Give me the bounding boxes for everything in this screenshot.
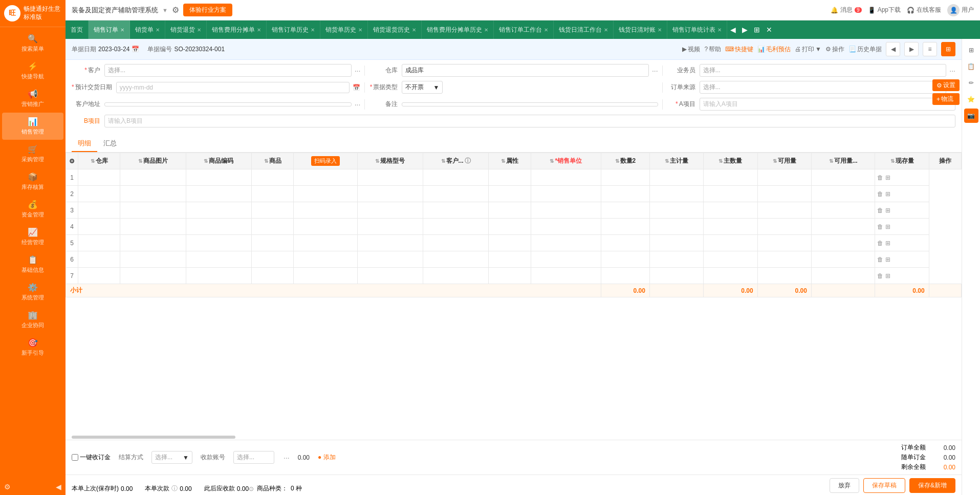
cell-1-5[interactable] <box>357 169 423 186</box>
cell-5-3[interactable] <box>251 235 293 251</box>
col-settings[interactable]: ⚙ <box>66 153 78 169</box>
cell-5-10[interactable] <box>649 235 703 251</box>
tab-close-cost-history[interactable]: ✕ <box>484 27 488 33</box>
cell-6-6[interactable] <box>423 251 488 268</box>
sidebar-item-inventory[interactable]: 📦 库存核算 <box>2 168 63 195</box>
copy-icon[interactable]: ⊞ <box>885 207 890 214</box>
sidebar-item-quicknav[interactable]: ⚡ 快捷导航 <box>2 57 63 84</box>
sidebar-item-basic[interactable]: 📋 基础信息 <box>2 251 63 278</box>
customer-input[interactable]: 选择... <box>104 64 352 77</box>
prev-record-btn[interactable]: ◀ <box>886 42 900 56</box>
cell-4-0[interactable] <box>78 219 120 235</box>
help-circle-icon-2[interactable]: ⓘ <box>171 484 178 493</box>
industry-solution-button[interactable]: 体验行业方案 <box>183 4 232 16</box>
tab-close-sales-goods[interactable]: ✕ <box>156 27 160 33</box>
cell-7-7[interactable] <box>489 268 531 284</box>
topbar-settings-icon[interactable]: ⚙ <box>172 5 179 15</box>
nav-prev[interactable]: ◀ <box>727 26 739 34</box>
tab-daily-reconcile[interactable]: 钱货日清对账 ✕ <box>614 20 667 39</box>
cell-7-11[interactable] <box>704 268 757 284</box>
cell-3-9[interactable] <box>601 202 649 219</box>
tab-daily-workbench[interactable]: 钱货日清工作台 ✕ <box>554 20 614 39</box>
tab-cost-history[interactable]: 销售费用分摊单历史 ✕ <box>422 20 494 39</box>
delete-icon[interactable]: 🗑 <box>877 174 883 181</box>
cell-7-6[interactable] <box>423 268 488 284</box>
list-view-btn[interactable]: ≡ <box>923 42 937 56</box>
cell-1-3[interactable] <box>251 169 293 186</box>
cell-6-12[interactable] <box>757 251 811 268</box>
print-action[interactable]: 🖨 打印 ▼ <box>795 45 821 54</box>
cell-5-12[interactable] <box>757 235 811 251</box>
profit-action[interactable]: 📊 毛利预估 <box>757 45 791 54</box>
a-project-input[interactable]: 请输入A项目 <box>700 98 955 111</box>
cell-1-2[interactable] <box>186 169 251 186</box>
cell-6-10[interactable] <box>649 251 703 268</box>
cell-2-2[interactable] <box>186 186 251 202</box>
copy-icon[interactable]: ⊞ <box>885 272 890 279</box>
cell-2-0[interactable] <box>78 186 120 202</box>
shortcut-action[interactable]: ⌨ 快捷键 <box>725 45 753 54</box>
cell-4-4[interactable] <box>294 219 357 235</box>
tab-goods-history[interactable]: 销货单历史 ✕ <box>320 20 368 39</box>
tab-sales-goods[interactable]: 销货单 ✕ <box>130 20 165 39</box>
help-circle-icon[interactable]: ⓘ <box>465 157 471 165</box>
add-link[interactable]: ● 添加 <box>318 453 336 462</box>
cell-2-12[interactable] <box>757 186 811 202</box>
cell-4-10[interactable] <box>649 219 703 235</box>
right-edit-icon[interactable]: ✏ <box>964 76 978 90</box>
cell-3-1[interactable] <box>120 202 186 219</box>
nav-next[interactable]: ▶ <box>739 26 751 34</box>
cell-2-7[interactable] <box>489 186 531 202</box>
cell-2-8[interactable] <box>531 186 601 202</box>
cell-7-10[interactable] <box>649 268 703 284</box>
tab-detail[interactable]: 明细 <box>72 136 97 152</box>
tab-sales-cost[interactable]: 销售费用分摊单 ✕ <box>207 20 267 39</box>
cell-5-5[interactable] <box>357 235 423 251</box>
cell-7-0[interactable] <box>78 268 120 284</box>
cell-7-13[interactable] <box>811 268 875 284</box>
cell-4-3[interactable] <box>251 219 293 235</box>
save-new-button[interactable]: 保存&新增 <box>909 478 955 493</box>
delete-icon[interactable]: 🗑 <box>877 190 883 198</box>
cell-4-13[interactable] <box>811 219 875 235</box>
delete-icon[interactable]: 🗑 <box>877 240 883 247</box>
cell-4-8[interactable] <box>531 219 601 235</box>
cell-7-9[interactable] <box>601 268 649 284</box>
delivery-input[interactable]: yyyy-mm-dd <box>116 82 350 93</box>
delivery-calendar-icon[interactable]: 📅 <box>353 84 360 91</box>
cell-7-3[interactable] <box>251 268 293 284</box>
one-key-checkbox[interactable] <box>72 454 78 461</box>
cell-6-9[interactable] <box>601 251 649 268</box>
right-clipboard-icon[interactable]: 📋 <box>964 59 978 74</box>
tab-sales-return[interactable]: 销货退货 ✕ <box>165 20 207 39</box>
save-draft-button[interactable]: 保存草稿 <box>863 478 905 493</box>
order-source-input[interactable]: 选择... <box>700 81 947 94</box>
tab-close-return-history[interactable]: ✕ <box>412 27 416 33</box>
cell-2-6[interactable] <box>423 186 488 202</box>
cell-1-10[interactable] <box>649 169 703 186</box>
cell-2-11[interactable] <box>704 186 757 202</box>
tab-close-workbench[interactable]: ✕ <box>544 27 548 33</box>
sidebar-item-search[interactable]: 🔍 搜索菜单 <box>2 30 63 57</box>
staff-input[interactable]: 选择... <box>700 64 947 77</box>
date-value[interactable]: 2023-03-24 <box>98 46 129 53</box>
cell-3-13[interactable] <box>811 202 875 219</box>
cell-6-7[interactable] <box>489 251 531 268</box>
sidebar-item-purchase[interactable]: 🛒 采购管理 <box>2 140 63 167</box>
cell-6-11[interactable] <box>704 251 757 268</box>
cell-3-3[interactable] <box>251 202 293 219</box>
cell-1-13[interactable] <box>811 169 875 186</box>
user-group[interactable]: 👤 用户 <box>947 4 974 16</box>
delete-icon[interactable]: 🗑 <box>877 256 883 263</box>
cell-3-4[interactable] <box>294 202 357 219</box>
cell-4-7[interactable] <box>489 219 531 235</box>
cell-3-10[interactable] <box>649 202 703 219</box>
cell-6-5[interactable] <box>357 251 423 268</box>
remark-input[interactable] <box>402 102 658 106</box>
copy-icon[interactable]: ⊞ <box>885 256 890 263</box>
sidebar-item-operation[interactable]: 📈 经营管理 <box>2 223 63 250</box>
sidebar-item-system[interactable]: ⚙️ 系统管理 <box>2 278 63 306</box>
cell-3-7[interactable] <box>489 202 531 219</box>
staff-more-icon[interactable]: ··· <box>949 67 955 75</box>
app-download-group[interactable]: 📱 App下载 <box>868 6 901 14</box>
